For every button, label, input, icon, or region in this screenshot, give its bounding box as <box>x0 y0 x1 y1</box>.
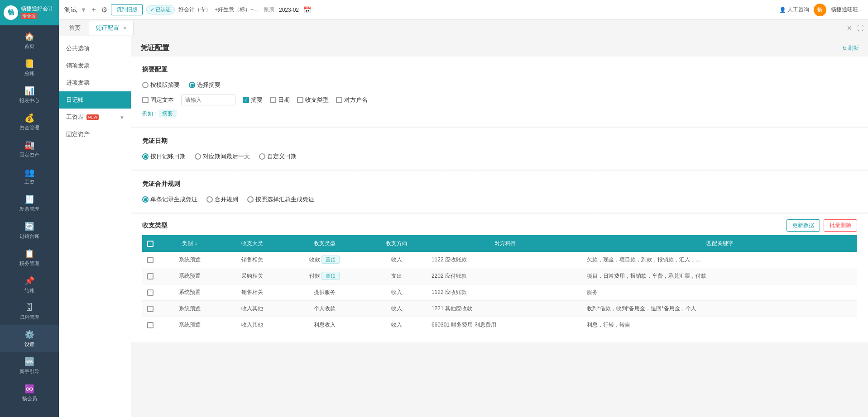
left-nav-item-purchase-invoice[interactable]: 进项发票 <box>59 74 131 91</box>
row1-checkbox-cell[interactable] <box>142 252 158 268</box>
radio-merge-rule-label: 合并规则 <box>215 195 238 204</box>
sidebar-label-税务管理: 税务管理 <box>19 260 39 267</box>
radio-period-last-day[interactable]: 对应期间最后一天 <box>195 152 250 161</box>
checkbox-fixed-text[interactable]: 固定文本 <box>142 96 174 104</box>
sidebar-item-税务管理[interactable]: 📋税务管理 <box>0 244 59 271</box>
left-nav-item-payroll[interactable]: 工资表 NEW ▾ <box>59 109 131 126</box>
logo-icon: 畅 <box>4 5 18 20</box>
period-label: 账期 <box>264 6 274 14</box>
radio-single-record-label: 单条记录生成凭证 <box>150 195 197 204</box>
left-nav-item-public[interactable]: 公共选项 <box>59 40 131 57</box>
batch-delete-btn[interactable]: 批量删除 <box>824 219 857 232</box>
calendar-icon[interactable]: 📅 <box>303 6 311 14</box>
fixed-text-input[interactable] <box>181 95 235 105</box>
window-controls: ✕ ⛶ <box>845 24 864 32</box>
row1-contra-account: 1122 应收账款 <box>428 252 583 268</box>
checkbox-income-type[interactable]: 收支类型 <box>297 96 329 104</box>
radio-diary-date[interactable]: 按日记账日期 <box>142 152 186 161</box>
refresh-icon: ↻ <box>842 45 847 52</box>
tab-close-icon[interactable]: ✕ <box>123 25 127 31</box>
row5-checkbox[interactable] <box>147 322 153 328</box>
table-body: 系统预置 销售相关 收款 置顶 收入 1122 应收账款 欠款，现金，项目款，到… <box>142 252 857 333</box>
sidebar-item-设置[interactable]: ⚙️设置 <box>0 325 59 352</box>
sidebar-icon-总账: 📒 <box>24 59 34 69</box>
sidebar-icon-固定资产: 🏭 <box>24 140 34 150</box>
row1-checkbox[interactable] <box>147 257 153 263</box>
checkbox-date[interactable]: 日期 <box>270 96 290 104</box>
sidebar-item-畅会员[interactable]: ♾️畅会员 <box>0 379 59 407</box>
table-row: 系统预置 销售相关 提供服务 收入 1122 应收账款 服务 <box>142 284 857 301</box>
radio-custom-date[interactable]: 自定义日期 <box>259 152 297 161</box>
radio-custom-date-circle <box>259 153 265 160</box>
radio-select-summary-circle <box>189 82 195 88</box>
topbar-add-btn[interactable]: ＋ <box>90 5 97 14</box>
table-header-checkbox[interactable] <box>142 235 158 252</box>
row4-checkbox-cell[interactable] <box>142 301 158 317</box>
sidebar-item-发票管理[interactable]: 🧾发票管理 <box>0 190 59 217</box>
accounting-info: 好会计（专） <box>178 6 211 14</box>
left-nav: 公共选项 销项发票 进项发票 日记账 工资表 NEW ▾ 固定资产 <box>59 36 131 417</box>
radio-select-summary[interactable]: 选择摘要 <box>189 81 221 89</box>
row3-checkbox[interactable] <box>147 289 153 296</box>
radio-diary-date-circle <box>142 153 149 160</box>
checkbox-counterpart-name[interactable]: 对方户名 <box>336 96 368 104</box>
sidebar-icon-新手引导: 🆕 <box>24 357 34 367</box>
update-data-btn[interactable]: 更新数据 <box>786 219 820 232</box>
radio-summary-generate[interactable]: 按照选择汇总生成凭证 <box>247 195 314 204</box>
row2-direction: 支出 <box>365 268 428 284</box>
topbar-settings-btn[interactable]: ⚙ <box>101 5 107 14</box>
sidebar-item-工资[interactable]: 👥工资 <box>0 163 59 190</box>
radio-template-summary[interactable]: 按模版摘要 <box>142 81 180 89</box>
sidebar-label-工资: 工资 <box>24 179 34 185</box>
sidebar-item-首页[interactable]: 🏠首页 <box>0 27 59 54</box>
maximize-window-btn[interactable]: ⛶ <box>856 24 864 32</box>
close-window-btn[interactable]: ✕ <box>845 24 854 32</box>
col-major-type: 收支大类 <box>221 235 283 252</box>
sidebar-icon-资金管理: 💰 <box>24 113 34 123</box>
sidebar-item-固定资产[interactable]: 🏭固定资产 <box>0 136 59 163</box>
sidebar-item-结账[interactable]: 📌结账 <box>0 271 59 299</box>
row4-checkbox[interactable] <box>147 306 153 312</box>
sidebar-icon-归档管理: 🗄 <box>25 303 34 313</box>
income-expense-section: 收支类型 更新数据 批量删除 类别 ↓ <box>131 214 868 342</box>
left-nav-item-diary[interactable]: 日记账 <box>59 91 131 109</box>
tab-home[interactable]: 首页 <box>62 21 87 35</box>
radio-diary-date-label: 按日记账日期 <box>150 152 186 161</box>
radio-merge-rule[interactable]: 合并规则 <box>206 195 238 204</box>
row2-pin-btn[interactable]: 置顶 <box>321 272 340 280</box>
row3-major-type: 销售相关 <box>221 284 283 301</box>
row2-checkbox[interactable] <box>147 273 153 280</box>
row2-checkbox-cell[interactable] <box>142 268 158 284</box>
tab-voucher-config[interactable]: 凭证配置 ✕ <box>89 21 134 35</box>
left-nav-item-fixed-assets[interactable]: 固定资产 <box>59 126 131 143</box>
select-all-checkbox[interactable] <box>147 241 153 247</box>
main-area: 测试 ▼ ＋ ⚙ 切到旧版 ✓ 已认证 好会计（专） +好生意（标）+... 账… <box>59 0 868 417</box>
sidebar-item-资金管理[interactable]: 💰资金管理 <box>0 109 59 136</box>
sidebar-item-总账[interactable]: 📒总账 <box>0 54 59 81</box>
tabbar: 首页 凭证配置 ✕ ✕ ⛶ <box>59 20 868 36</box>
row1-pin-btn[interactable]: 置顶 <box>321 256 340 264</box>
radio-single-record[interactable]: 单条记录生成凭证 <box>142 195 197 204</box>
sidebar-item-报表中心[interactable]: 📊报表中心 <box>0 81 59 109</box>
sidebar-item-进销台账[interactable]: 🔄进销台账 <box>0 217 59 244</box>
table-row: 系统预置 收入其他 个人收款 收入 1221 其他应收款 收到*借款，收到*备用… <box>142 301 857 317</box>
radio-template-summary-label: 按模版摘要 <box>150 81 180 89</box>
row5-checkbox-cell[interactable] <box>142 317 158 333</box>
certified-badge: ✓ 已认证 <box>146 5 175 14</box>
refresh-btn[interactable]: ↻ 刷新 <box>842 44 859 52</box>
sidebar-item-归档管理[interactable]: 🗄归档管理 <box>0 299 59 325</box>
switch-old-version-btn[interactable]: 切到旧版 <box>111 4 143 15</box>
period-value: 2023-02 <box>279 7 299 13</box>
user-avatar[interactable]: 畅 <box>814 4 826 16</box>
checkbox-income-type-label: 收支类型 <box>305 96 329 104</box>
checkbox-summary[interactable]: 摘要 <box>243 96 263 104</box>
checkbox-date-label: 日期 <box>278 96 290 104</box>
row3-checkbox-cell[interactable] <box>142 284 158 301</box>
table-actions: 更新数据 批量删除 <box>786 219 857 232</box>
col-keywords: 匹配关键字 <box>583 235 857 252</box>
row1-keywords: 欠款，现金，项目款，到款，报销款，汇入，... <box>583 252 857 268</box>
left-nav-item-sales-invoice[interactable]: 销项发票 <box>59 57 131 74</box>
support-btn[interactable]: 👤 人工咨询 <box>779 6 809 14</box>
sidebar-item-新手引导[interactable]: 🆕新手引导 <box>0 352 59 379</box>
sidebar-logo[interactable]: 畅 畅捷通好会计 专业版 <box>0 0 59 25</box>
